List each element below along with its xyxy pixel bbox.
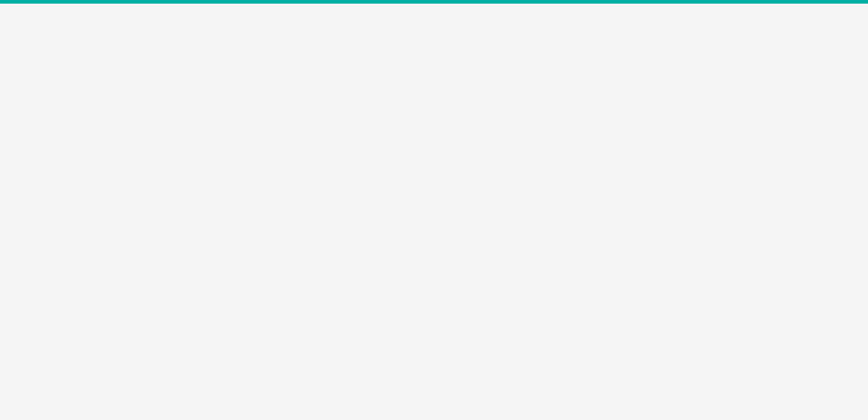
teal-header <box>0 0 868 4</box>
